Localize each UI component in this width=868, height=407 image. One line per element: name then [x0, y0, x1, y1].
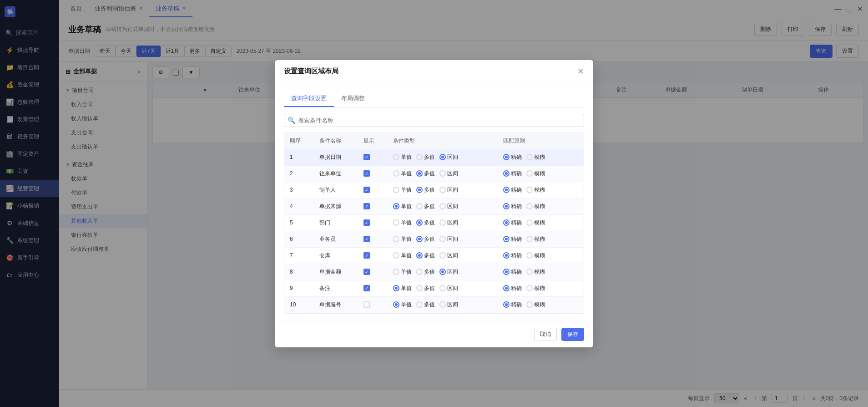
- match-radio-模糊-5[interactable]: 模糊: [526, 235, 545, 243]
- modal-table-row: 7 仓库 ✓ 单值 多值 区间 精确 模糊: [284, 247, 584, 264]
- display-checkbox-2[interactable]: ✓: [363, 187, 370, 193]
- type-radio-区间-1[interactable]: 区间: [439, 170, 458, 178]
- type-radio-区间-4[interactable]: 区间: [439, 219, 458, 227]
- radio-circle-单值: [393, 269, 399, 275]
- display-checkbox-7[interactable]: ✓: [363, 269, 370, 275]
- type-radio-单值-4[interactable]: 单值: [393, 219, 412, 227]
- type-radio-区间-8[interactable]: 区间: [439, 285, 458, 292]
- type-radio-多值-8[interactable]: 多值: [416, 285, 435, 292]
- match-radio-精确-4[interactable]: 精确: [503, 219, 522, 227]
- type-radio-区间-3[interactable]: 区间: [439, 203, 458, 210]
- match-radio-模糊-7[interactable]: 模糊: [526, 268, 545, 276]
- type-radio-单值-0[interactable]: 单值: [393, 153, 412, 161]
- radio-circle-区间: [439, 154, 446, 160]
- type-radio-多值-1[interactable]: 多值: [416, 170, 435, 178]
- type-radio-多值-3[interactable]: 多值: [416, 203, 435, 210]
- row-match-9: 精确 模糊: [498, 296, 584, 313]
- type-radio-区间-2[interactable]: 区间: [439, 186, 458, 194]
- type-radio-多值-6[interactable]: 多值: [416, 252, 435, 259]
- match-radio-精确-5[interactable]: 精确: [503, 235, 522, 243]
- type-radio-单值-6[interactable]: 单值: [393, 252, 412, 259]
- type-radio-区间-0[interactable]: 区间: [439, 153, 458, 161]
- match-radio-模糊-0[interactable]: 模糊: [526, 153, 545, 161]
- type-radio-单值-3[interactable]: 单值: [393, 203, 412, 210]
- row-match-8: 精确 模糊: [498, 280, 584, 296]
- radio-label-区间: 区间: [447, 235, 458, 243]
- row-display-7[interactable]: ✓: [358, 264, 388, 280]
- display-checkbox-5[interactable]: ✓: [363, 236, 370, 242]
- match-radio-精确-6[interactable]: 精确: [503, 252, 522, 259]
- match-radio-模糊-3[interactable]: 模糊: [526, 203, 545, 210]
- row-display-9[interactable]: [358, 296, 388, 313]
- type-radio-单值-1[interactable]: 单值: [393, 170, 412, 178]
- display-checkbox-9[interactable]: [363, 301, 370, 308]
- row-display-8[interactable]: ✓: [358, 280, 388, 296]
- display-checkbox-1[interactable]: ✓: [363, 170, 370, 177]
- type-radio-单值-7[interactable]: 单值: [393, 268, 412, 276]
- display-checkbox-4[interactable]: ✓: [363, 219, 370, 226]
- match-radio-模糊-9[interactable]: 模糊: [526, 301, 545, 309]
- match-label-模糊: 模糊: [534, 170, 545, 178]
- match-radio-group-8: 精确 模糊: [503, 285, 578, 292]
- type-radio-单值-9[interactable]: 单值: [393, 301, 412, 309]
- type-radio-区间-7[interactable]: 区间: [439, 268, 458, 276]
- display-checkbox-8[interactable]: ✓: [363, 285, 370, 291]
- type-radio-多值-5[interactable]: 多值: [416, 235, 435, 243]
- row-display-4[interactable]: ✓: [358, 214, 388, 231]
- match-radio-精确-9[interactable]: 精确: [503, 301, 522, 309]
- modal-save-btn[interactable]: 保存: [561, 328, 584, 341]
- match-circle-精确: [503, 170, 510, 177]
- display-checkbox-0[interactable]: ✓: [363, 154, 370, 160]
- row-display-3[interactable]: ✓: [358, 198, 388, 214]
- display-checkbox-6[interactable]: ✓: [363, 252, 370, 259]
- radio-label-区间: 区间: [447, 268, 458, 276]
- modal-search-input[interactable]: [284, 114, 584, 127]
- match-radio-模糊-8[interactable]: 模糊: [526, 285, 545, 292]
- row-display-5[interactable]: ✓: [358, 231, 388, 247]
- type-radio-单值-8[interactable]: 单值: [393, 285, 412, 292]
- modal-close-btn[interactable]: ✕: [577, 66, 584, 76]
- type-radio-单值-5[interactable]: 单值: [393, 235, 412, 243]
- modal-col-match: 匹配原则: [498, 133, 584, 149]
- modal-tab-query[interactable]: 查询字段设置: [284, 91, 334, 107]
- row-display-1[interactable]: ✓: [358, 165, 388, 182]
- row-display-0[interactable]: ✓: [358, 149, 388, 165]
- row-order-4: 5: [284, 214, 314, 231]
- type-radio-区间-9[interactable]: 区间: [439, 301, 458, 309]
- match-radio-group-0: 精确 模糊: [503, 153, 578, 161]
- match-radio-精确-0[interactable]: 精确: [503, 153, 522, 161]
- type-radio-多值-0[interactable]: 多值: [416, 153, 435, 161]
- type-radio-区间-6[interactable]: 区间: [439, 252, 458, 259]
- match-radio-精确-3[interactable]: 精确: [503, 203, 522, 210]
- type-radio-多值-2[interactable]: 多值: [416, 186, 435, 194]
- match-radio-模糊-6[interactable]: 模糊: [526, 252, 545, 259]
- type-radio-区间-5[interactable]: 区间: [439, 235, 458, 243]
- type-radio-多值-7[interactable]: 多值: [416, 268, 435, 276]
- type-radio-多值-9[interactable]: 多值: [416, 301, 435, 309]
- modal-col-display: 显示: [358, 133, 388, 149]
- row-type-6: 单值 多值 区间: [388, 247, 498, 264]
- type-radio-多值-4[interactable]: 多值: [416, 219, 435, 227]
- match-label-模糊: 模糊: [534, 285, 545, 292]
- match-radio-模糊-4[interactable]: 模糊: [526, 219, 545, 227]
- match-label-精确: 精确: [511, 301, 522, 309]
- match-radio-模糊-1[interactable]: 模糊: [526, 170, 545, 178]
- modal-overlay[interactable]: 设置查询区域布局 ✕ 查询字段设置 布局调整 🔍 顺序 条件名称 显示: [0, 0, 868, 407]
- radio-circle-多值: [416, 154, 423, 160]
- modal-tab-layout[interactable]: 布局调整: [334, 91, 372, 107]
- match-radio-精确-2[interactable]: 精确: [503, 186, 522, 194]
- display-checkbox-3[interactable]: ✓: [363, 203, 370, 209]
- row-display-2[interactable]: ✓: [358, 182, 388, 198]
- type-radio-单值-2[interactable]: 单值: [393, 186, 412, 194]
- radio-circle-单值: [393, 301, 399, 308]
- match-radio-精确-7[interactable]: 精确: [503, 268, 522, 276]
- match-radio-精确-8[interactable]: 精确: [503, 285, 522, 292]
- match-label-精确: 精确: [511, 285, 522, 292]
- match-radio-group-7: 精确 模糊: [503, 268, 578, 276]
- modal-cancel-btn[interactable]: 取消: [534, 328, 557, 341]
- match-radio-模糊-2[interactable]: 模糊: [526, 186, 545, 194]
- row-display-6[interactable]: ✓: [358, 247, 388, 264]
- radio-circle-单值: [393, 285, 399, 291]
- match-label-精确: 精确: [511, 268, 522, 276]
- match-radio-精确-1[interactable]: 精确: [503, 170, 522, 178]
